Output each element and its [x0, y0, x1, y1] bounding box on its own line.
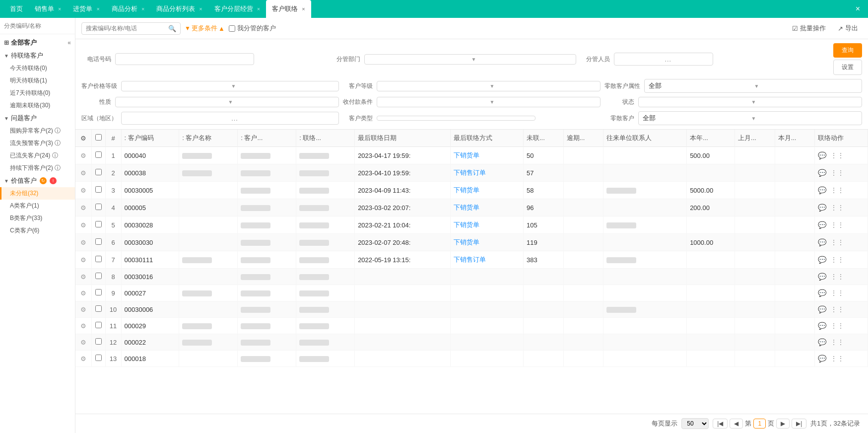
settings-icon[interactable]: ⚙ — [80, 273, 86, 281]
chat-icon[interactable]: 💬 — [818, 322, 826, 330]
row-settings[interactable]: ⚙ — [75, 216, 91, 234]
sidebar-item-7days[interactable]: 近7天待联络(0) — [0, 87, 75, 99]
settings-icon[interactable]: ⚙ — [80, 152, 86, 159]
more-icon[interactable]: … — [665, 55, 709, 63]
settings-icon[interactable]: ⚙ — [80, 239, 86, 246]
th-customer-name[interactable]: : 客户名称 — [179, 130, 238, 147]
last-contact-method[interactable] — [450, 318, 523, 334]
sidebar-item-churned[interactable]: 已流失客户(24) ⓘ — [0, 149, 75, 162]
current-page[interactable]: 1 — [753, 419, 766, 429]
chat-icon[interactable]: 💬 — [818, 204, 826, 212]
nav-tab-customer-segmentation[interactable]: 客户分层经营 × — [208, 0, 266, 18]
reset-button[interactable]: 设置 — [833, 60, 862, 75]
sidebar-item-churn-warning[interactable]: 流失预警客户(3) ⓘ — [0, 137, 75, 149]
more-action-icon[interactable]: ⋮⋮ — [830, 289, 844, 297]
sidebar-item-class-a[interactable]: A类客户(1) — [0, 200, 75, 212]
close-icon[interactable]: × — [199, 6, 202, 12]
sidebar-group-problem[interactable]: ▼ 问题客户 — [0, 112, 75, 125]
row-settings[interactable]: ⚙ — [75, 318, 91, 334]
sidebar-item-ungroup[interactable]: 未分组(32) — [0, 187, 75, 200]
refresh-badge[interactable]: ↻ — [40, 177, 47, 184]
nav-tab-sales[interactable]: 销售单 × — [29, 0, 67, 18]
select-all-checkbox[interactable] — [95, 134, 102, 141]
chat-icon[interactable]: 💬 — [818, 273, 826, 281]
close-icon[interactable]: × — [302, 6, 305, 12]
sidebar-group-value[interactable]: ▼ 价值客户 ↻ ! — [0, 174, 75, 187]
nav-home[interactable]: 首页 — [4, 0, 29, 18]
settings-icon[interactable]: ⚙ — [80, 169, 86, 177]
more-action-icon[interactable]: ⋮⋮ — [830, 186, 844, 194]
settings-icon[interactable]: ⚙ — [80, 339, 86, 346]
more-action-icon[interactable]: ⋮⋮ — [830, 273, 844, 281]
nav-tab-product-analysis-list[interactable]: 商品分析列表 × — [150, 0, 208, 18]
sidebar-item-today[interactable]: 今天待联络(0) — [0, 62, 75, 74]
manager-select[interactable]: … — [614, 53, 713, 66]
nature-select[interactable]: ▼ — [115, 97, 339, 107]
row-settings[interactable]: ⚙ — [75, 269, 91, 285]
more-action-icon[interactable]: ⋮⋮ — [830, 151, 844, 159]
settings-icon[interactable]: ⚙ — [80, 256, 86, 264]
contact-method-link[interactable]: 下销售订单 — [454, 256, 486, 263]
row-checkbox[interactable] — [95, 221, 102, 227]
chat-icon[interactable]: 💬 — [818, 169, 826, 177]
chat-icon[interactable]: 💬 — [818, 338, 826, 346]
sidebar-item-declining[interactable]: 持续下滑客户(2) ⓘ — [0, 162, 75, 174]
row-checkbox[interactable] — [95, 238, 102, 245]
settings-icon[interactable]: ⚙ — [80, 306, 86, 313]
last-contact-method[interactable] — [450, 334, 523, 351]
dept-select[interactable]: ▼ — [364, 54, 576, 65]
settings-icon[interactable]: ⚙ — [80, 289, 86, 297]
close-icon[interactable]: × — [58, 6, 61, 12]
more-action-icon[interactable]: ⋮⋮ — [830, 322, 844, 330]
th-contact[interactable]: : 联络... — [296, 130, 355, 147]
chat-icon[interactable]: 💬 — [818, 186, 826, 194]
more-icon[interactable]: … — [231, 114, 335, 122]
chat-icon[interactable]: 💬 — [818, 256, 826, 264]
nav-tab-purchase[interactable]: 进货单 × — [67, 0, 105, 18]
close-icon[interactable]: × — [257, 6, 260, 12]
last-contact-method[interactable]: 下销货单 — [450, 199, 523, 216]
th-customer-extra[interactable]: : 客户... — [238, 130, 296, 147]
row-settings[interactable]: ⚙ — [75, 251, 91, 269]
contact-method-link[interactable]: 下销货单 — [454, 186, 479, 194]
nav-tab-product-analysis[interactable]: 商品分析 × — [106, 0, 150, 18]
settings-icon[interactable]: ⚙ — [80, 187, 86, 194]
row-settings[interactable]: ⚙ — [75, 164, 91, 182]
last-contact-method[interactable]: 下销货单 — [450, 234, 523, 251]
th-overdue[interactable]: 逾期... — [563, 130, 603, 147]
row-checkbox[interactable] — [95, 305, 102, 312]
row-settings[interactable]: ⚙ — [75, 301, 91, 318]
th-this-month[interactable]: 本月... — [775, 130, 815, 147]
row-checkbox[interactable] — [95, 169, 102, 175]
window-close-button[interactable]: × — [852, 4, 864, 13]
my-customers-checkbox[interactable]: 我分管的客户 — [229, 24, 276, 33]
first-page-btn[interactable]: |◀ — [713, 419, 728, 429]
sidebar-group-pending[interactable]: ▼ 待联络客户 — [0, 49, 75, 62]
last-contact-method[interactable]: 下销售订单 — [450, 251, 523, 269]
search-icon[interactable]: 🔍 — [168, 25, 176, 32]
more-action-icon[interactable]: ⋮⋮ — [830, 256, 844, 264]
last-contact-method[interactable]: 下销货单 — [450, 182, 523, 199]
chat-icon[interactable]: 💬 — [818, 221, 826, 229]
th-last-contact-method[interactable]: 最后联络方式 — [450, 130, 523, 147]
chat-icon[interactable]: 💬 — [818, 355, 826, 362]
sidebar-search-input[interactable] — [4, 22, 75, 29]
more-action-icon[interactable]: ⋮⋮ — [830, 238, 844, 246]
sidebar-item-class-c[interactable]: C类客户(6) — [0, 224, 75, 237]
row-settings[interactable]: ⚙ — [75, 147, 91, 164]
export-btn[interactable]: ↗ 导出 — [834, 22, 862, 35]
settings-icon[interactable]: ⚙ — [80, 322, 86, 330]
row-settings[interactable]: ⚙ — [75, 334, 91, 351]
status-select[interactable]: ▼ — [638, 97, 862, 107]
row-checkbox[interactable] — [95, 355, 102, 361]
row-settings[interactable]: ⚙ — [75, 182, 91, 199]
settings-icon[interactable]: ⚙ — [80, 355, 86, 362]
more-conditions-toggle[interactable]: ▼ 更多条件 ▲ — [185, 24, 225, 33]
th-checkbox[interactable] — [91, 130, 105, 147]
payment-select[interactable]: ▼ — [377, 97, 601, 107]
row-checkbox[interactable] — [95, 256, 102, 262]
batch-operation-btn[interactable]: ☑ 批量操作 — [788, 22, 830, 35]
settings-icon[interactable]: ⚙ — [80, 221, 86, 229]
last-contact-method[interactable]: 下销货单 — [450, 216, 523, 234]
page-size-select[interactable]: 50 100 200 — [681, 418, 709, 429]
